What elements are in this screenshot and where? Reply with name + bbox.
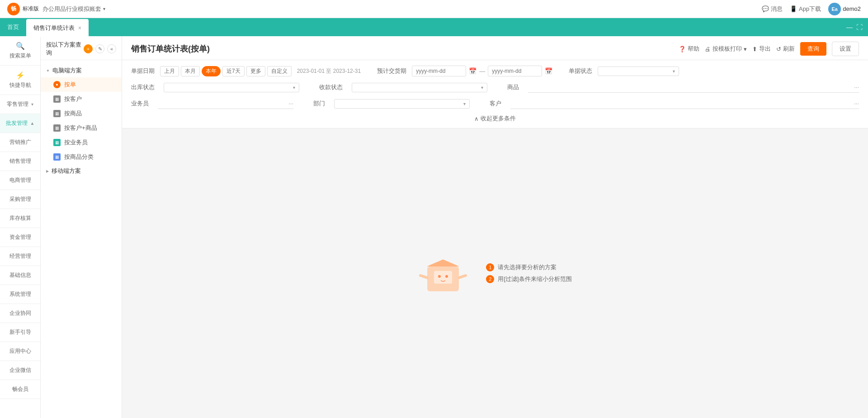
tab-sales-order[interactable]: 销售订单统计表 ×	[26, 19, 89, 37]
salesperson-ellipsis[interactable]: ···	[288, 100, 293, 107]
sidebar-item-quicknav[interactable]: ⚡ 快捷导航	[0, 66, 40, 95]
message-icon: 💬	[762, 5, 769, 12]
maximize-icon[interactable]: ⛶	[856, 24, 863, 31]
shipping-status-select[interactable]: ▾	[164, 83, 299, 92]
scheme-icon-by-customer: ▦	[53, 95, 61, 103]
page-title: 销售订单统计表(按单)	[131, 43, 210, 54]
print-label: 按模板打印	[712, 45, 742, 53]
left-panel-actions: + ✎ «	[84, 44, 116, 53]
edit-scheme-btn[interactable]: ✎	[95, 44, 104, 53]
help-icon: ❓	[679, 46, 686, 52]
sidebar-item-finance[interactable]: 资金管理	[0, 228, 40, 247]
help-btn[interactable]: ❓ 帮助	[679, 45, 699, 53]
customer-ellipsis[interactable]: ···	[854, 100, 859, 107]
sidebar: 🔍 搜索菜单 ⚡ 快捷导航 零售管理 ▾ 批发管理 ▲ 营销推广 销售管理 电商…	[0, 36, 41, 418]
order-status-select[interactable]: ▾	[598, 66, 679, 76]
expected-date-end[interactable]	[488, 66, 542, 76]
date-btn-this-month[interactable]: 本月	[181, 66, 200, 76]
tab-close-btn[interactable]: ×	[78, 25, 81, 31]
sidebar-item-purchase[interactable]: 采购管理	[0, 190, 40, 209]
salesperson-label: 业务员	[131, 100, 149, 108]
refresh-icon: ↺	[776, 46, 781, 52]
sidebar-item-ecommerce[interactable]: 电商管理	[0, 171, 40, 190]
print-icon: 🖨	[705, 46, 711, 52]
sidebar-item-sales[interactable]: 销售管理	[0, 152, 40, 171]
scheme-icon-by-salesperson: ▦	[53, 139, 61, 146]
scheme-group-pc-header[interactable]: ▼ 电脑端方案	[41, 64, 122, 77]
payment-status-arrow: ▾	[481, 85, 483, 90]
product-ellipsis[interactable]: ···	[854, 84, 859, 90]
sidebar-item-inventory[interactable]: 库存核算	[0, 209, 40, 228]
phone-icon: 📱	[790, 5, 797, 12]
scheme-item-by-order[interactable]: ● 按单	[41, 77, 122, 92]
empty-tip-2: 2 用[过滤]条件来缩小分析范围	[486, 275, 571, 283]
scheme-item-by-salesperson[interactable]: ▦ 按业务员	[41, 135, 122, 150]
user-area[interactable]: Ea demo2	[828, 3, 861, 15]
scheme-item-by-category[interactable]: ▦ 按商品分类	[41, 150, 122, 164]
sidebar-item-retail[interactable]: 零售管理 ▾	[0, 95, 40, 114]
date-btn-custom[interactable]: 自定义	[267, 66, 292, 76]
sidebar-item-appcenter[interactable]: 应用中心	[0, 342, 40, 361]
left-panel-header: 按以下方案查询 + ✎ «	[41, 36, 122, 60]
sidebar-label-finance: 资金管理	[9, 233, 31, 241]
print-btn[interactable]: 🖨 按模板打印 ▾	[705, 45, 747, 53]
search-btn[interactable]: 查询	[800, 42, 826, 56]
sidebar-label-operations: 经营管理	[9, 252, 31, 260]
sidebar-item-operations[interactable]: 经营管理	[0, 247, 40, 266]
collapse-panel-btn[interactable]: «	[107, 44, 116, 53]
date-btn-last7[interactable]: 近7天	[222, 66, 245, 76]
scheme-label-by-salesperson: 按业务员	[64, 138, 88, 147]
tip2-num: 2	[486, 275, 494, 283]
svg-line-5	[459, 276, 466, 278]
scheme-icon-by-order: ●	[53, 81, 61, 88]
svg-line-4	[420, 276, 427, 278]
sidebar-item-search[interactable]: 🔍 搜索菜单	[0, 36, 40, 66]
page-header: 销售订单统计表(按单) ❓ 帮助 🖨 按模板打印 ▾ ⬆ 导出	[122, 36, 868, 60]
sidebar-label-member: 畅会员	[12, 385, 28, 393]
scheme-item-by-customer[interactable]: ▦ 按客户	[41, 92, 122, 106]
export-label: 导出	[759, 45, 771, 53]
message-btn[interactable]: 💬 消息	[762, 5, 783, 13]
filter-row-1: 单据日期 上月 本月 本年 近7天 更多 自定义 2023-01-01 至 20…	[131, 66, 859, 76]
app-download-label: App下载	[799, 5, 821, 13]
scheme-item-by-product[interactable]: ▦ 按商品	[41, 106, 122, 121]
department-select[interactable]: ▾	[334, 99, 470, 109]
date-btn-last-month[interactable]: 上月	[160, 66, 179, 76]
sidebar-item-wholesale[interactable]: 批发管理 ▲	[0, 114, 40, 133]
add-scheme-btn[interactable]: +	[84, 44, 93, 53]
sidebar-item-system[interactable]: 系统管理	[0, 285, 40, 304]
top-bar: 畅 标准版 办公用品行业模拟账套 ▾ 💬 消息 📱 App下载 Ea demo2	[0, 0, 868, 18]
sidebar-item-newuser[interactable]: 新手引导	[0, 323, 40, 342]
tab-home[interactable]: 首页	[0, 18, 26, 36]
salesperson-input-area: ···	[158, 98, 293, 109]
collapse-filter-btn[interactable]: ∧ 收起更多条件	[131, 114, 859, 123]
scheme-label-by-cust-prod: 按客户+商品	[64, 124, 97, 132]
settings-btn[interactable]: 设置	[832, 42, 859, 56]
nav-tabs: 首页 销售订单统计表 × — ⛶	[0, 18, 868, 36]
expected-date-start[interactable]	[412, 66, 466, 76]
sidebar-item-member[interactable]: 畅会员	[0, 380, 40, 399]
sidebar-item-base-info[interactable]: 基础信息	[0, 266, 40, 285]
user-avatar: Ea	[828, 3, 841, 15]
scheme-group-mobile-header[interactable]: ▶ 移动端方案	[41, 164, 122, 178]
workspace-name: 办公用品行业模拟账套	[42, 5, 101, 13]
svg-point-3	[445, 275, 448, 278]
collapse-chevron: ∧	[474, 115, 479, 122]
refresh-btn[interactable]: ↺ 刷新	[776, 45, 795, 53]
date-btn-more[interactable]: 更多	[246, 66, 265, 76]
scheme-group-mobile: ▶ 移动端方案	[41, 164, 122, 178]
minimize-icon[interactable]: —	[846, 24, 853, 31]
sidebar-label-inventory: 库存核算	[9, 214, 31, 222]
export-btn[interactable]: ⬆ 导出	[752, 45, 771, 53]
app-download-btn[interactable]: 📱 App下载	[790, 5, 821, 13]
sidebar-item-enterprise[interactable]: 企业协同	[0, 304, 40, 323]
empty-svg	[418, 251, 472, 296]
sidebar-label-enterprise: 企业协同	[9, 309, 31, 317]
date-btn-this-year[interactable]: 本年	[202, 66, 221, 76]
sidebar-item-marketing[interactable]: 营销推广	[0, 133, 40, 152]
workspace-selector[interactable]: 办公用品行业模拟账套 ▾	[42, 5, 105, 13]
payment-status-select[interactable]: ▾	[352, 83, 487, 92]
empty-illustration	[418, 251, 472, 296]
sidebar-item-corpwechat[interactable]: 企业微信	[0, 361, 40, 380]
scheme-item-by-cust-prod[interactable]: ▦ 按客户+商品	[41, 121, 122, 135]
